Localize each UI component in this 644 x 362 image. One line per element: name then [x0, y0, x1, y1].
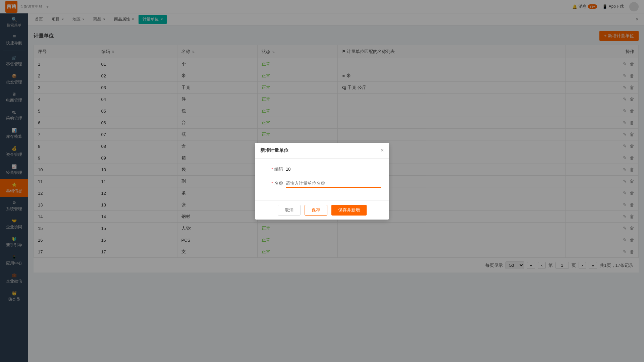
name-field-label: 名称	[263, 180, 283, 186]
save-and-new-button[interactable]: 保存并新增	[331, 205, 367, 216]
modal-footer: 取消 保存 保存并新增	[255, 200, 389, 220]
modal-close-button[interactable]: ×	[381, 147, 384, 154]
modal-body: 编码 名称	[255, 159, 389, 200]
name-input[interactable]	[286, 179, 381, 188]
save-button[interactable]: 保存	[305, 205, 327, 216]
modal-overlay: 新增计量单位 × 编码 名称 取消 保存 保存并新增	[0, 0, 644, 362]
modal-header: 新增计量单位 ×	[255, 143, 389, 159]
form-row-name: 名称	[263, 179, 381, 188]
code-field-label: 编码	[263, 166, 283, 172]
cancel-button[interactable]: 取消	[278, 205, 301, 216]
modal-title: 新增计量单位	[260, 147, 288, 154]
add-unit-modal: 新增计量单位 × 编码 名称 取消 保存 保存并新增	[255, 143, 389, 220]
form-row-code: 编码	[263, 165, 381, 173]
code-input[interactable]	[286, 165, 381, 173]
